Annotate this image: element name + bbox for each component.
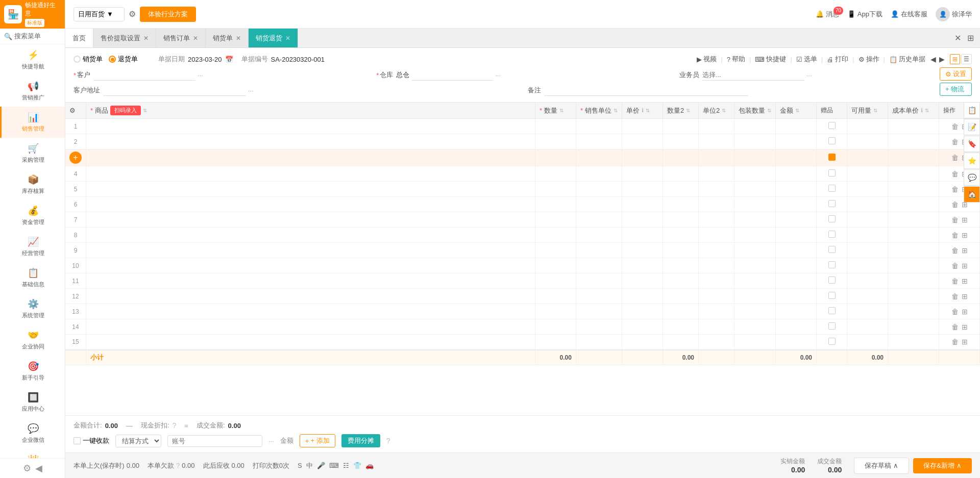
calc-method-select[interactable]: 结算方式 [115, 435, 161, 447]
salesperson-input[interactable] [702, 69, 804, 81]
tab-sale-delivery[interactable]: 销货单 ✕ [206, 29, 249, 48]
user-menu[interactable]: 👤 徐泽华 [936, 7, 972, 21]
online-service-btn[interactable]: 👤 在线客服 [891, 10, 927, 19]
qty2-cell-1[interactable] [663, 119, 699, 134]
tab-sale-delivery-close[interactable]: ✕ [236, 35, 241, 42]
delete-active-icon[interactable]: 🗑 [951, 154, 959, 162]
right-action-home-icon[interactable]: 🏠 [964, 186, 980, 203]
add-payment-btn[interactable]: + + 添加 [300, 434, 335, 447]
customer-dots-icon[interactable]: ··· [198, 71, 203, 79]
delete-row-1-icon[interactable]: 🗑 [951, 122, 959, 131]
topbar-gear-icon[interactable]: ⚙ [129, 9, 136, 19]
right-action-chat-icon[interactable]: 💬 [964, 169, 980, 186]
sidebar-item-wechat[interactable]: 💬 企业微信 [0, 418, 65, 449]
address-input[interactable] [103, 85, 246, 96]
sidebar-item-apps[interactable]: 🔲 应用中心 [0, 387, 65, 418]
collapse-icon[interactable]: ◀ [35, 463, 42, 474]
sidebar-item-operations[interactable]: 📈 经营管理 [0, 231, 65, 262]
form-settings-btn[interactable]: ⚙ 设置 [940, 67, 972, 81]
tab-sale-order-close[interactable]: ✕ [193, 35, 198, 42]
sidebar-item-inventory[interactable]: 📦 库存核算 [0, 169, 65, 200]
warehouse-input[interactable] [411, 69, 493, 81]
sidebar-item-basic[interactable]: 📋 基础信息 [0, 262, 65, 293]
sidebar-item-system[interactable]: ⚙️ 系统管理 [0, 293, 65, 324]
sidebar-item-purchase[interactable]: 🛒 采购管理 [0, 138, 65, 169]
close-all-tabs-icon[interactable]: ✕ [952, 32, 963, 44]
tab-sale-return-close[interactable]: ✕ [285, 35, 290, 42]
right-action-edit-icon[interactable]: 📝 [964, 119, 980, 135]
toolbar-print-btn[interactable]: 🖨 打印 [827, 55, 848, 64]
account-dots-icon[interactable]: ··· [268, 437, 274, 445]
amount-cell-1[interactable] [776, 119, 817, 134]
qty-cell-1[interactable] [535, 119, 576, 134]
salesperson-dots-icon[interactable]: ··· [806, 71, 812, 79]
search-menu-item[interactable]: 🔍 搜索菜单 [0, 29, 65, 44]
expense-split-btn[interactable]: 费用分摊 [341, 434, 380, 447]
unit2-cell-1[interactable] [699, 119, 734, 134]
warehouse-dots-icon[interactable]: ··· [495, 71, 501, 79]
sidebar-item-shortcut[interactable]: ⚡ 快捷导航 [0, 44, 65, 76]
remark-input[interactable] [544, 85, 748, 96]
one-click-collect-checkbox[interactable]: 一键收款 [74, 436, 109, 445]
settings-bottom-icon[interactable]: ⚙ [23, 463, 31, 474]
sidebar-item-cooperation[interactable]: 🤝 企业协同 [0, 324, 65, 356]
unit-cell-1[interactable] [576, 119, 622, 134]
account-input[interactable] [167, 435, 262, 447]
sidebar-item-finance[interactable]: 💰 资金管理 [0, 200, 65, 231]
th-settings[interactable]: ⚙ [65, 103, 86, 119]
delete-row-2-icon[interactable]: 🗑 [951, 138, 959, 146]
toolbar-history-btn[interactable]: 📋 历史单据 [889, 55, 925, 64]
debit-help-icon[interactable]: ? [176, 462, 180, 469]
notification-btn[interactable]: 🔔 消息 70 [816, 10, 839, 19]
toolbar-select-btn[interactable]: ☑ 选单 [796, 55, 817, 64]
scan-btn[interactable]: 扫码录入 [110, 106, 141, 115]
gift-cell-1[interactable] [817, 119, 847, 134]
address-dots-icon[interactable]: ··· [248, 87, 254, 94]
help-question-icon[interactable]: ? [173, 421, 177, 430]
save-new-btn[interactable]: 保存&新增 ∧ [913, 458, 972, 473]
expense-help-icon[interactable]: ? [386, 437, 390, 445]
sidebar-item-newbie[interactable]: 🎯 新手引导 [0, 356, 65, 387]
sidebar-item-marketing[interactable]: 📢 营销推广 [0, 76, 65, 107]
cost-cell-1[interactable] [888, 119, 939, 134]
hist-next-btn[interactable]: ▶ [938, 54, 946, 64]
right-action-bookmark-icon[interactable]: 🔖 [964, 136, 980, 152]
toolbar-operate-btn[interactable]: ⚙ 操作 [859, 55, 879, 64]
pack-cell-1[interactable] [734, 119, 776, 134]
tab-sale-order[interactable]: 销售订单 ✕ [156, 29, 206, 48]
table-settings-icon[interactable]: ⚙ [69, 107, 76, 114]
toolbar-help-btn[interactable]: ? 帮助 [727, 55, 745, 64]
tab-menu-icon[interactable]: ⊞ [965, 32, 976, 44]
industry-selector[interactable]: 日用百货 ▼ [74, 7, 125, 21]
product-input-active[interactable] [90, 154, 531, 162]
add-row-btn[interactable]: + [69, 152, 82, 164]
customer-input[interactable] [93, 69, 195, 81]
app-download-btn[interactable]: 📱 App下载 [847, 10, 883, 19]
radio-delivery[interactable]: 销货单 [74, 55, 103, 64]
hist-prev-btn[interactable]: ◀ [929, 54, 937, 64]
sidebar-item-sales[interactable]: 📊 销售管理 [0, 107, 65, 138]
tab-sale-settings[interactable]: 售价提取设置 ✕ [93, 29, 156, 48]
calendar-icon[interactable]: 📅 [225, 56, 233, 63]
avail-cell-1[interactable] [847, 119, 888, 134]
grid-view-btn[interactable]: ⊞ [950, 54, 960, 64]
right-action-star-icon[interactable]: ⭐ [964, 153, 980, 169]
radio-return[interactable]: 退货单 [109, 55, 138, 64]
logistics-btn[interactable]: + 物流 [940, 83, 972, 96]
list-view-btn[interactable]: ☰ [961, 54, 972, 64]
right-action-copy-icon[interactable]: 📋 [964, 102, 980, 118]
tab-home[interactable]: 首页 [65, 29, 93, 48]
tab-sale-return[interactable]: 销货退货 ✕ [249, 29, 298, 48]
product-cell-1[interactable] [86, 119, 535, 134]
toolbar-video-btn[interactable]: ▶ 视频 [697, 55, 717, 64]
gift-checkbox-2[interactable] [828, 137, 836, 144]
save-draft-btn[interactable]: 保存草稿 ∧ [854, 458, 909, 474]
price-cell-1[interactable] [622, 119, 663, 134]
gift-checkbox-1[interactable] [828, 122, 836, 129]
one-click-checkbox-icon[interactable] [74, 437, 81, 444]
sidebar-item-member[interactable]: 👑 畅会员 [0, 449, 65, 458]
gift-checkbox-active[interactable] [828, 154, 836, 161]
tab-sale-settings-close[interactable]: ✕ [143, 35, 149, 42]
toolbar-shortcut-btn[interactable]: ⌨ 快捷键 [755, 55, 786, 64]
trial-btn[interactable]: 体验行业方案 [140, 7, 196, 22]
